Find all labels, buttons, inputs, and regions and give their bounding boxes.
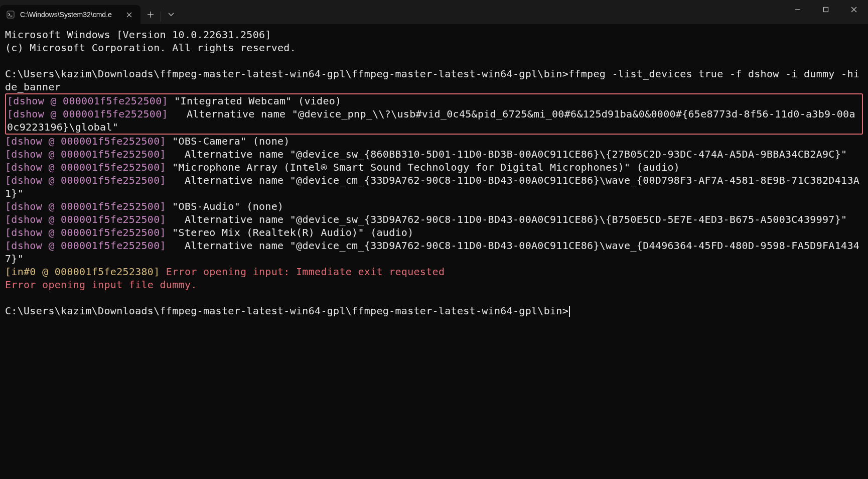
cmd-icon bbox=[6, 10, 15, 19]
tab-close-button[interactable] bbox=[123, 9, 134, 20]
close-button[interactable] bbox=[840, 0, 868, 19]
device-name: "Integrated Webcam" (video) bbox=[168, 95, 342, 107]
dshow-tag: [dshow @ 000001f5fe252500] bbox=[5, 226, 166, 238]
titlebar: C:\Windows\System32\cmd.e bbox=[0, 0, 868, 24]
device-name: "Stereo Mix (Realtek(R) Audio)" (audio) bbox=[166, 226, 414, 238]
prompt-2: C:\Users\kazim\Downloads\ffmpeg-master-l… bbox=[5, 305, 568, 317]
terminal-output[interactable]: Microsoft Windows [Version 10.0.22631.25… bbox=[0, 24, 868, 321]
device-name: "Microphone Array (Intel® Smart Sound Te… bbox=[166, 161, 680, 173]
error-text: Error opening input file dummy. bbox=[5, 279, 197, 291]
dshow-tag: [dshow @ 000001f5fe252500] bbox=[5, 161, 166, 173]
tab-dropdown-button[interactable] bbox=[161, 5, 181, 24]
device-altname: Alternative name "@device_sw_{33D9A762-9… bbox=[166, 213, 847, 225]
tab-title: C:\Windows\System32\cmd.e bbox=[20, 11, 118, 19]
device-name: "OBS-Camera" (none) bbox=[166, 135, 290, 147]
highlighted-device: [dshow @ 000001f5fe252500] "Integrated W… bbox=[5, 93, 863, 135]
dshow-tag: [dshow @ 000001f5fe252500] bbox=[7, 108, 168, 120]
maximize-button[interactable] bbox=[812, 0, 840, 19]
minimize-button[interactable] bbox=[784, 0, 812, 19]
dshow-tag: [dshow @ 000001f5fe252500] bbox=[5, 213, 166, 225]
header-line2: (c) Microsoft Corporation. All rights re… bbox=[5, 42, 296, 54]
error-text: Error opening input: Immediate exit requ… bbox=[160, 266, 445, 278]
dshow-tag: [dshow @ 000001f5fe252500] bbox=[5, 240, 166, 252]
header-line1: Microsoft Windows [Version 10.0.22631.25… bbox=[5, 29, 271, 41]
titlebar-left: C:\Windows\System32\cmd.e bbox=[0, 0, 181, 24]
dshow-tag: [dshow @ 000001f5fe252500] bbox=[5, 135, 166, 147]
svg-rect-0 bbox=[7, 11, 14, 18]
window-controls bbox=[784, 0, 868, 24]
prompt-1: C:\Users\kazim\Downloads\ffmpeg-master-l… bbox=[5, 68, 568, 80]
device-name: "OBS-Audio" (none) bbox=[166, 200, 283, 212]
dshow-tag: [dshow @ 000001f5fe252500] bbox=[7, 95, 168, 107]
error-prefix: [in#0 @ 000001f5fe252380] bbox=[5, 266, 160, 278]
device-altname: Alternative name "@device_sw_{860BB310-5… bbox=[166, 148, 847, 160]
dshow-tag: [dshow @ 000001f5fe252500] bbox=[5, 200, 166, 212]
dshow-tag: [dshow @ 000001f5fe252500] bbox=[5, 174, 166, 186]
tab-cmd[interactable]: C:\Windows\System32\cmd.e bbox=[0, 5, 140, 24]
dshow-tag: [dshow @ 000001f5fe252500] bbox=[5, 148, 166, 160]
cursor bbox=[569, 306, 570, 317]
new-tab-button[interactable] bbox=[140, 5, 161, 24]
svg-rect-7 bbox=[824, 8, 828, 12]
